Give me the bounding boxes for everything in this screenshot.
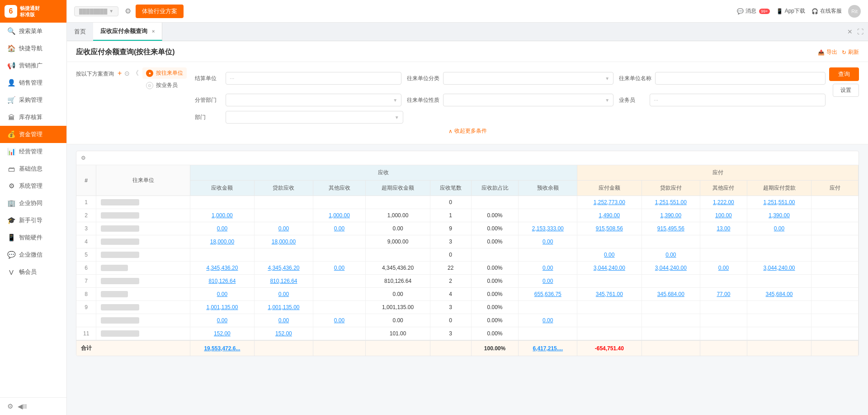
sidebar-item-finance[interactable]: 💰 资金管理 bbox=[0, 126, 66, 143]
table-cell[interactable]: 1,000.00 bbox=[190, 209, 255, 222]
table-cell[interactable]: 1,000.00 bbox=[313, 209, 366, 222]
table-cell[interactable]: 1,251,551.00 bbox=[747, 196, 811, 209]
dept-input[interactable]: ▼ bbox=[226, 111, 403, 124]
topbar-gear-icon[interactable]: ⚙ bbox=[125, 7, 131, 15]
table-cell[interactable]: 152.00 bbox=[190, 327, 255, 341]
table-cell[interactable]: 915,508.56 bbox=[577, 222, 642, 235]
table-cell[interactable]: 0.00 bbox=[190, 288, 255, 301]
footer-recv-prepay[interactable]: 6,417,215.... bbox=[519, 340, 577, 356]
unit-category-input[interactable]: ▼ bbox=[443, 72, 613, 85]
messages-button[interactable]: 💬 消息 99+ bbox=[737, 7, 769, 15]
sidebar-item-marketing[interactable]: 📢 营销推广 bbox=[0, 57, 66, 74]
sidebar-item-enterprise[interactable]: 🏢 企业协同 bbox=[0, 195, 66, 212]
sidebar-item-search-menu[interactable]: 🔍 搜索菜单 bbox=[0, 23, 66, 40]
sidebar-item-wechat[interactable]: 💬 企业微信 bbox=[0, 246, 66, 263]
table-cell[interactable]: 0.00 bbox=[519, 262, 577, 275]
table-cell[interactable]: 3,044,240.00 bbox=[642, 262, 700, 275]
sidebar-item-operations[interactable]: 📊 经营管理 bbox=[0, 143, 66, 160]
table-cell[interactable]: 1,222.00 bbox=[700, 196, 747, 209]
table-cell[interactable]: 1,390.00 bbox=[642, 209, 700, 222]
table-cell[interactable]: 0.00 bbox=[313, 314, 366, 327]
collapse-scheme-icon[interactable]: 《 bbox=[132, 69, 139, 77]
table-cell[interactable]: 18,000.00 bbox=[255, 235, 313, 248]
table-settings-icon[interactable]: ⚙ bbox=[81, 155, 86, 161]
table-cell[interactable]: 810,126.64 bbox=[255, 275, 313, 288]
table-cell[interactable]: 4,345,436.20 bbox=[255, 262, 313, 275]
sidebar-item-quick-nav[interactable]: 🏠 快捷导航 bbox=[0, 40, 66, 57]
query-button[interactable]: 查询 bbox=[829, 67, 859, 81]
table-cell[interactable]: 2,153,333.00 bbox=[519, 222, 577, 235]
table-cell[interactable]: 0.00 bbox=[519, 275, 577, 288]
unit-name-input[interactable] bbox=[655, 72, 826, 85]
footer-recv-amt[interactable]: 19,553,472.6... bbox=[190, 340, 255, 356]
table-cell[interactable]: 3,044,240.00 bbox=[577, 262, 642, 275]
collapse-sidebar-icon[interactable]: ◀II bbox=[18, 402, 27, 410]
app-download-button[interactable]: 📱 App下载 bbox=[776, 7, 805, 15]
tab-close-icon[interactable]: × bbox=[152, 29, 155, 34]
trial-industry-button[interactable]: 体验行业方案 bbox=[136, 5, 184, 18]
table-cell[interactable]: 0.00 bbox=[255, 288, 313, 301]
dept-manage-input[interactable]: ▼ bbox=[226, 94, 401, 106]
table-cell[interactable]: 1,390.00 bbox=[747, 209, 811, 222]
add-scheme-icon[interactable]: + bbox=[118, 69, 122, 77]
table-cell[interactable]: 0.00 bbox=[700, 262, 747, 275]
settings-gear-icon[interactable]: ⚙ bbox=[7, 402, 13, 410]
company-selector[interactable]: ████████ ▼ bbox=[74, 6, 118, 16]
table-cell[interactable]: 1,001,135.00 bbox=[190, 301, 255, 314]
table-cell[interactable]: 4,345,436.20 bbox=[190, 262, 255, 275]
table-cell bbox=[700, 248, 747, 262]
table-cell[interactable]: 18,000.00 bbox=[190, 235, 255, 248]
tab-ar-ap-query[interactable]: 应收应付余额查询 × bbox=[93, 23, 162, 41]
table-cell[interactable]: 3,044,240.00 bbox=[747, 262, 811, 275]
filter-option-by-staff[interactable]: ⊙ 按业务员 bbox=[142, 80, 187, 91]
sidebar-item-basic-info[interactable]: 🗃 基础信息 bbox=[0, 160, 66, 177]
table-cell[interactable]: 0.00 bbox=[255, 222, 313, 235]
table-cell[interactable]: 0.00 bbox=[190, 222, 255, 235]
sidebar-item-sales[interactable]: 👤 销售管理 bbox=[0, 74, 66, 91]
table-cell[interactable]: 13.00 bbox=[700, 222, 747, 235]
table-cell[interactable]: 0.00 bbox=[747, 222, 811, 235]
sidebar-item-inventory[interactable]: 🏛 库存核算 bbox=[0, 109, 66, 126]
refresh-button[interactable]: ↻ 刷新 bbox=[842, 48, 859, 56]
maximize-window-icon[interactable]: ⛶ bbox=[857, 28, 863, 35]
sidebar-item-hardware[interactable]: 📱 智能硬件 bbox=[0, 229, 66, 246]
online-service-button[interactable]: 🎧 在线客服 bbox=[811, 7, 842, 15]
table-cell[interactable]: 0.00 bbox=[577, 248, 642, 262]
table-cell[interactable]: 0.00 bbox=[313, 262, 366, 275]
collapse-filters-button[interactable]: ∧ 收起更多条件 bbox=[76, 124, 859, 138]
settlement-unit-input[interactable]: ··· bbox=[226, 72, 401, 85]
sidebar-item-purchase[interactable]: 🛒 采购管理 bbox=[0, 91, 66, 109]
table-cell[interactable]: 77.00 bbox=[700, 288, 747, 301]
sidebar-item-member[interactable]: V 畅会员 bbox=[0, 263, 66, 281]
sidebar-item-system[interactable]: ⚙ 系统管理 bbox=[0, 177, 66, 195]
table-cell[interactable]: 915,495.56 bbox=[642, 222, 700, 235]
table-cell[interactable]: 0.00 bbox=[642, 248, 700, 262]
user-avatar[interactable]: Rit bbox=[848, 5, 861, 18]
table-cell[interactable]: 1,252,773.00 bbox=[577, 196, 642, 209]
table-cell[interactable]: 655,636.75 bbox=[519, 288, 577, 301]
table-cell[interactable]: 1,001,135.00 bbox=[255, 301, 313, 314]
close-window-icon[interactable]: ✕ bbox=[847, 28, 853, 35]
table-cell[interactable]: 100.00 bbox=[700, 209, 747, 222]
tab-home[interactable]: 首页 bbox=[67, 23, 93, 40]
sidebar-item-guide[interactable]: 🎓 新手引导 bbox=[0, 212, 66, 229]
table-scroll[interactable]: # 往来单位 应收 应付 应收金额 贷款应收 其他应收 超期应收金额 应收笔数 bbox=[76, 165, 859, 356]
table-cell[interactable]: 0.00 bbox=[190, 314, 255, 327]
table-cell[interactable]: 345,761.00 bbox=[577, 288, 642, 301]
table-cell[interactable]: 152.00 bbox=[255, 327, 313, 341]
table-cell[interactable]: 0.00 bbox=[519, 235, 577, 248]
table-cell[interactable]: 0.00 bbox=[313, 222, 366, 235]
table-cell[interactable]: 1,490.00 bbox=[577, 209, 642, 222]
table-cell[interactable]: 0.00 bbox=[255, 314, 313, 327]
salesperson-input[interactable]: ··· bbox=[650, 94, 826, 106]
settings-button[interactable]: 设置 bbox=[833, 84, 859, 97]
table-cell[interactable]: 345,684.00 bbox=[747, 288, 811, 301]
unit-nature-input[interactable]: ▼ bbox=[443, 94, 613, 106]
table-cell[interactable]: 1,251,551.00 bbox=[642, 196, 700, 209]
export-button[interactable]: 📤 导出 bbox=[818, 48, 837, 56]
table-cell[interactable]: 810,126.64 bbox=[190, 275, 255, 288]
settings-scheme-icon[interactable]: ⊙ bbox=[124, 70, 130, 77]
table-cell[interactable]: 0.00 bbox=[519, 314, 577, 327]
filter-option-by-unit[interactable]: ● 按往来单位 bbox=[142, 67, 187, 79]
table-cell[interactable]: 345,684.00 bbox=[642, 288, 700, 301]
